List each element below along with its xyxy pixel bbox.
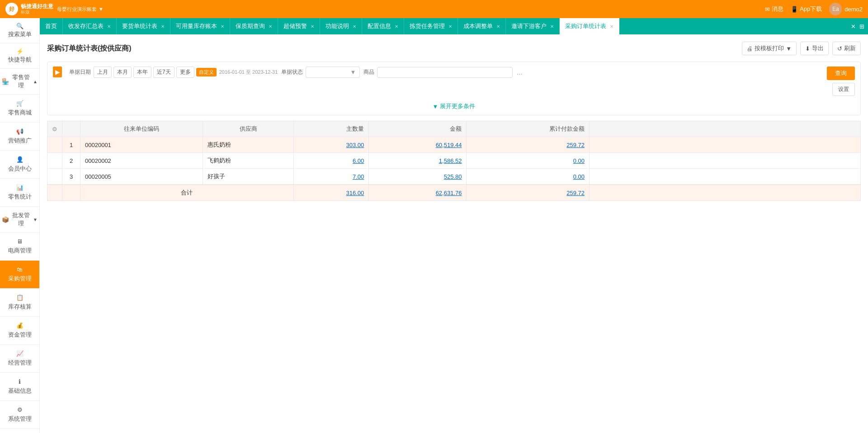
retail-shop-label: 零售商城	[8, 109, 32, 117]
row1-amount[interactable]: 60,519.44	[369, 137, 467, 153]
expand-more-label: 展开更多条件	[440, 102, 475, 110]
row2-quantity[interactable]: 6.00	[293, 153, 369, 169]
tab-stock-summary[interactable]: 收发存汇总表 ✕	[63, 18, 117, 34]
date-btn-7days[interactable]: 近7天	[153, 67, 175, 78]
message-icon: ✉	[765, 6, 770, 13]
setting-btn[interactable]: 设置	[832, 83, 855, 96]
date-btn-this-month[interactable]: 本月	[113, 67, 132, 78]
date-btn-this-year[interactable]: 本年	[133, 67, 151, 78]
tab-purchase-order-stats-close[interactable]: ✕	[610, 24, 613, 29]
sidebar-item-retail-mgmt[interactable]: 🏪 零售管理 ▲	[0, 69, 39, 95]
row2-paid-amount[interactable]: 0.00	[467, 153, 590, 169]
col-settings[interactable]: ⚙	[47, 121, 62, 137]
sidebar-item-member-center[interactable]: 👤 会员中心	[0, 151, 39, 179]
sidebar-item-retail-stats[interactable]: 📊 零售统计	[0, 179, 39, 207]
tab-expiry-query-close[interactable]: ✕	[269, 24, 272, 29]
sidebar-item-ecommerce[interactable]: 🖥 电商管理	[0, 233, 39, 261]
export-label: 导出	[812, 44, 824, 52]
sidebar-item-purchase-mgmt[interactable]: 🛍 采购管理	[0, 261, 39, 289]
page-header: 采购订单统计表(按供应商) 🖨 按模板打印 ▼ ⬇ 导出 ↺	[47, 42, 861, 55]
nav-tabs-actions: ✕ ⊞	[847, 23, 868, 30]
sidebar-item-quick-nav[interactable]: ⚡ 快捷导航	[0, 43, 39, 69]
tab-function-desc[interactable]: 功能说明 ✕	[320, 18, 362, 34]
tab-purchase-order-stats[interactable]: 采购订单统计表 ✕	[560, 18, 619, 34]
row3-paid-amount[interactable]: 0.00	[467, 169, 590, 185]
goods-ellipsis-btn[interactable]: …	[514, 69, 524, 76]
app-download-btn[interactable]: 📱 App下载	[791, 5, 822, 13]
col-amount-header: 金额	[369, 121, 467, 137]
user-area[interactable]: Ea demo2	[829, 3, 863, 15]
row1-settings[interactable]	[47, 137, 62, 153]
refresh-btn[interactable]: ↺ 刷新	[832, 42, 861, 55]
sidebar-item-operations[interactable]: 📈 经营管理	[0, 345, 39, 373]
status-select[interactable]: ▼	[306, 67, 360, 78]
print-btn[interactable]: 🖨 按模板打印 ▼	[742, 42, 797, 55]
logo-icon: 好	[5, 3, 18, 15]
date-label: 单据日期	[69, 68, 91, 76]
quick-nav-icon: ⚡	[16, 48, 24, 55]
query-btn[interactable]: 查询	[827, 67, 855, 80]
tab-function-desc-close[interactable]: ✕	[353, 24, 356, 29]
col-supplier-code-header: 往来单位编码	[80, 121, 203, 137]
basic-info-label: 基础信息	[8, 387, 32, 395]
col-settings-icon[interactable]: ⚙	[52, 126, 57, 133]
sidebar-item-retail-shop[interactable]: 🛒 零售商城	[0, 95, 39, 123]
tab-invite-customer[interactable]: 邀请下游客户 ✕	[506, 18, 560, 34]
tab-invite-customer-close[interactable]: ✕	[550, 24, 554, 29]
app-label: App下载	[800, 5, 822, 13]
date-btn-more[interactable]: 更多	[176, 67, 194, 78]
sidebar-item-marketing[interactable]: 📢 营销推广	[0, 123, 39, 151]
col-no-header	[62, 121, 80, 137]
filter-toggle-btn[interactable]: ▶	[53, 67, 62, 77]
expand-more-btn[interactable]: ▼ 展开更多条件	[433, 102, 476, 110]
row1-quantity[interactable]: 303.00	[293, 137, 369, 153]
sidebar-item-inventory[interactable]: 📋 库存核算	[0, 289, 39, 317]
maximize-btn[interactable]: ⊞	[859, 23, 864, 30]
workspace-selector[interactable]: 母婴行业演示账套 ▼	[57, 6, 104, 13]
tab-pick-task-close[interactable]: ✕	[448, 24, 452, 29]
tab-stock-summary-close[interactable]: ✕	[107, 24, 111, 29]
tab-pick-task[interactable]: 拣货任务管理 ✕	[404, 18, 458, 34]
row1-extra	[590, 137, 861, 153]
row1-paid-amount[interactable]: 259.72	[467, 137, 590, 153]
date-btn-last-month[interactable]: 上月	[94, 67, 112, 78]
tab-cost-adjust-close[interactable]: ✕	[496, 24, 500, 29]
date-filter-group: 单据日期 上月 本月 本年 近7天 更多 自定义 2016-01-01 至 20…	[69, 67, 278, 78]
tab-config-info[interactable]: 配置信息 ✕	[362, 18, 404, 34]
total-amount: 62,631.76	[369, 185, 467, 201]
row3-supplier-name: 好孩子	[203, 169, 293, 185]
tab-available-stock-close[interactable]: ✕	[221, 24, 224, 29]
tab-available-stock[interactable]: 可用量库存账本 ✕	[170, 18, 230, 34]
goods-label: 商品	[363, 68, 374, 76]
tab-config-info-close[interactable]: ✕	[395, 24, 398, 29]
sidebar-item-enterprise-collab[interactable]: 🤝 企业协同	[0, 429, 39, 433]
sidebar-item-wholesale-mgmt[interactable]: 📦 批发管理 ▼	[0, 207, 39, 233]
tab-cost-adjust[interactable]: 成本调整单 ✕	[458, 18, 506, 34]
export-btn[interactable]: ⬇ 导出	[800, 42, 829, 55]
row3-amount[interactable]: 525.80	[369, 169, 467, 185]
sidebar-item-basic-info[interactable]: ℹ 基础信息	[0, 373, 39, 401]
tab-overstock-warning[interactable]: 超储预警 ✕	[278, 18, 320, 34]
total-no	[62, 185, 80, 201]
sidebar-item-system-mgmt[interactable]: ⚙ 系统管理	[0, 401, 39, 429]
tab-expiry-query[interactable]: 保质期查询 ✕	[230, 18, 278, 34]
tab-home-label: 首页	[45, 22, 57, 30]
message-btn[interactable]: ✉ 消息	[765, 5, 783, 13]
filter-main-row: ▶ 单据日期 上月 本月 本年 近7天 更多	[53, 67, 855, 96]
tab-home[interactable]: 首页	[40, 18, 63, 34]
tab-order-stats-close[interactable]: ✕	[161, 24, 165, 29]
total-settings	[47, 185, 62, 201]
row2-settings[interactable]	[47, 153, 62, 169]
row2-amount[interactable]: 1,586.52	[369, 153, 467, 169]
row3-settings[interactable]	[47, 169, 62, 185]
sidebar-item-search[interactable]: 🔍 搜索菜单	[0, 18, 39, 43]
close-tab-btn[interactable]: ✕	[851, 23, 856, 30]
app-icon: 📱	[791, 6, 798, 13]
goods-input[interactable]	[377, 67, 513, 78]
row3-supplier-code: 00020005	[80, 169, 203, 185]
tab-overstock-warning-close[interactable]: ✕	[311, 24, 314, 29]
sidebar-item-finance[interactable]: 💰 资金管理	[0, 317, 39, 345]
row3-quantity[interactable]: 7.00	[293, 169, 369, 185]
tab-order-stats[interactable]: 要货单统计表 ✕	[117, 18, 170, 34]
print-icon: 🖨	[747, 45, 753, 52]
